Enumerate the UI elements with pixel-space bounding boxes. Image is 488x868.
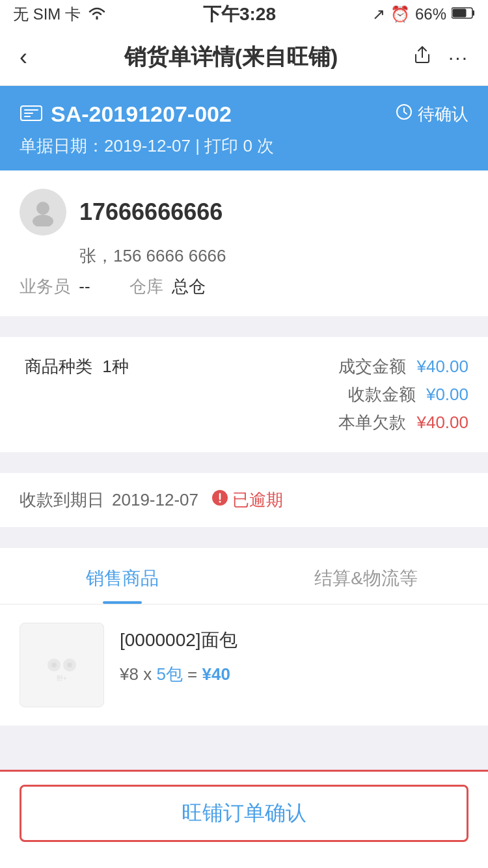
status-bar: 无 SIM 卡 下午3:28 ↗ ⏰ 66% (0, 0, 488, 29)
status-left: 无 SIM 卡 (13, 4, 107, 25)
svg-point-8 (219, 501, 221, 503)
share-icon[interactable] (412, 44, 433, 70)
confirm-btn-container: 旺铺订单确认 (0, 770, 488, 868)
summary-left: 商品种类 1种 (20, 355, 129, 378)
deal-amount-row: 成交金额 ¥40.00 (338, 355, 468, 378)
salesperson-item: 业务员 -- (20, 275, 90, 298)
order-status: 待确认 (396, 103, 468, 126)
svg-point-11 (53, 664, 55, 666)
tab-bar: 销售商品 结算&物流等 (0, 548, 488, 604)
svg-rect-2 (452, 9, 466, 18)
wifi-icon (87, 5, 107, 23)
order-header-top: SA-20191207-002 待确认 (20, 102, 468, 127)
nav-actions: ··· (403, 44, 468, 70)
customer-top: 17666666666 (20, 189, 468, 236)
more-icon[interactable]: ··· (448, 46, 468, 68)
order-header: SA-20191207-002 待确认 单据日期：2019-12-07 | 打印… (0, 86, 488, 170)
status-time: 下午3:28 (203, 2, 276, 27)
divider-3 (0, 537, 488, 548)
product-info: [0000002]面包 ¥8 x 5包 = ¥40 (120, 623, 468, 686)
order-id: SA-20191207-002 (20, 102, 232, 127)
tab-sales-goods[interactable]: 销售商品 (0, 548, 244, 604)
alarm-icon: ⏰ (390, 5, 410, 23)
confirm-order-button[interactable]: 旺铺订单确认 (20, 785, 468, 842)
divider-1 (0, 327, 488, 337)
svg-point-6 (33, 215, 53, 226)
warehouse-item: 仓库 总仓 (129, 275, 206, 298)
clock-icon (396, 103, 413, 125)
svg-point-5 (36, 202, 49, 215)
svg-text:野+: 野+ (57, 675, 67, 682)
owed-row: 本单欠款 ¥40.00 (338, 411, 468, 434)
product-name: [0000002]面包 (120, 628, 468, 653)
svg-rect-1 (472, 10, 474, 16)
goods-type-item: 商品种类 1种 (20, 355, 129, 378)
page-title: 销货单详情(来自旺铺) (59, 42, 403, 72)
order-icon (20, 102, 43, 127)
collected-row: 收款金额 ¥0.00 (348, 383, 468, 406)
location-icon: ↗ (372, 5, 385, 23)
summary-card: 商品种类 1种 成交金额 ¥40.00 收款金额 ¥0.00 本单欠款 ¥40.… (0, 337, 488, 452)
nav-bar: ‹ 销货单详情(来自旺铺) ··· (0, 29, 488, 86)
overdue-badge: 已逾期 (211, 489, 283, 511)
carrier-label: 无 SIM 卡 (13, 4, 81, 25)
svg-point-14 (69, 664, 70, 666)
customer-phone: 17666666666 (79, 198, 223, 226)
order-date: 单据日期：2019-12-07 | 打印 0 次 (20, 135, 468, 157)
product-card: 野+ [0000002]面包 ¥8 x 5包 = ¥40 (0, 604, 488, 726)
summary-right: 成交金额 ¥40.00 收款金额 ¥0.00 本单欠款 ¥40.00 (338, 355, 468, 434)
tab-settlement[interactable]: 结算&物流等 (244, 548, 488, 604)
customer-avatar (20, 189, 66, 236)
status-right: ↗ ⏰ 66% (372, 5, 475, 23)
due-date-card: 收款到期日 2019-12-07 已逾期 (0, 473, 488, 527)
customer-name-phone: 张，156 6666 6666 (79, 245, 468, 267)
customer-card: 17666666666 张，156 6666 6666 业务员 -- 仓库 总仓 (0, 170, 488, 316)
warning-icon (211, 489, 228, 511)
divider-2 (0, 463, 488, 473)
customer-meta: 业务员 -- 仓库 总仓 (20, 275, 468, 298)
product-image: 野+ (20, 623, 104, 707)
product-price: ¥8 x 5包 = ¥40 (120, 663, 468, 686)
battery-label: 66% (415, 5, 446, 23)
battery-icon (452, 5, 475, 23)
back-button[interactable]: ‹ (20, 44, 59, 71)
